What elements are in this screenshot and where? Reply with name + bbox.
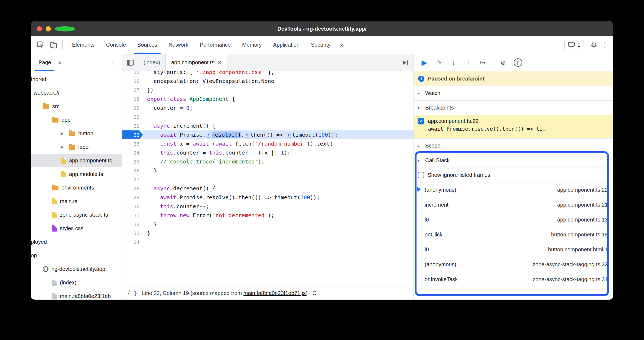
tab-sources[interactable]: Sources bbox=[132, 36, 163, 54]
line-number[interactable]: 29 bbox=[122, 193, 143, 202]
editor-tab-index[interactable]: (index) bbox=[138, 54, 166, 71]
tab-memory[interactable]: Memory bbox=[236, 36, 267, 54]
settings-gear-icon[interactable]: ⚙ bbox=[588, 41, 600, 49]
code-line[interactable]: 19 counter = 0; bbox=[122, 104, 414, 113]
inspect-element-icon[interactable] bbox=[34, 36, 47, 54]
breakpoint-gutter-marker[interactable]: 22 bbox=[122, 130, 143, 139]
line-number[interactable]: 15 bbox=[122, 71, 143, 77]
line-number[interactable]: 34 bbox=[122, 238, 143, 247]
toggle-navigator-icon[interactable] bbox=[122, 54, 138, 71]
breakpoint-checkbox-checked[interactable]: ✓ bbox=[418, 118, 424, 124]
section-watch[interactable]: ▸ Watch bbox=[414, 86, 613, 101]
pause-on-exceptions-icon[interactable]: ∥ bbox=[511, 56, 525, 69]
line-number[interactable]: 24 bbox=[122, 148, 143, 157]
code-line[interactable]: 24 this.counter = this.counter + (+x || … bbox=[122, 148, 414, 157]
code-editor[interactable]: 15 styleUrls: [ './app.component.css' ],… bbox=[122, 71, 414, 287]
device-toolbar-icon[interactable] bbox=[47, 36, 60, 54]
more-options-icon[interactable]: ⋮ bbox=[600, 41, 610, 49]
line-number[interactable]: 27 bbox=[122, 175, 143, 184]
line-number[interactable]: 32 bbox=[122, 220, 143, 229]
code-line[interactable]: 30 this.counter--; bbox=[122, 202, 414, 211]
line-number[interactable]: 19 bbox=[122, 104, 143, 113]
close-window-button[interactable] bbox=[37, 26, 42, 31]
line-number[interactable]: 18 bbox=[122, 95, 143, 104]
async-step-marker-icon[interactable]: ▶ bbox=[207, 132, 211, 138]
line-number[interactable]: 17 bbox=[122, 86, 143, 95]
code-line[interactable]: 33} bbox=[122, 229, 414, 238]
tree-item-styles-css[interactable]: styles.css bbox=[31, 222, 122, 235]
code-line[interactable]: 17}) bbox=[122, 86, 414, 95]
code-line[interactable]: 18export class AppComponent { bbox=[122, 95, 414, 104]
line-number[interactable]: 33 bbox=[122, 229, 143, 238]
step-out-icon[interactable]: ↑ bbox=[461, 56, 475, 69]
line-number[interactable]: 26 bbox=[122, 166, 143, 175]
section-scope[interactable]: ▸ Scope bbox=[414, 139, 613, 153]
tree-item-ployed[interactable]: ployed bbox=[31, 235, 122, 249]
tab-console[interactable]: Console bbox=[100, 36, 131, 54]
code-line[interactable]: 21 async increment() { bbox=[122, 121, 414, 130]
call-stack-frame[interactable]: (anonymous)zone-async-stack-tagging.ts:3… bbox=[414, 257, 613, 272]
tab-network[interactable]: Network bbox=[163, 36, 194, 54]
code-line[interactable]: 27 bbox=[122, 175, 414, 184]
tree-item-op[interactable]: op bbox=[31, 249, 122, 262]
code-line[interactable]: 25 // console.trace('incremented'); bbox=[122, 157, 414, 166]
issues-counter-button[interactable]: 1 bbox=[564, 40, 584, 50]
tree-item-main-fa8bfa0e23f1eb[interactable]: main.fa8bfa0e23f1eb bbox=[31, 289, 122, 300]
tree-item-button[interactable]: ▸button bbox=[31, 127, 122, 140]
call-stack-frame[interactable]: onClickbutton.component.ts:18 bbox=[414, 227, 613, 242]
zoom-window-button[interactable] bbox=[55, 26, 75, 31]
tree-item-index[interactable]: (index) bbox=[31, 276, 122, 289]
tree-item-environments[interactable]: environments bbox=[31, 181, 122, 194]
tree-item-main-ts[interactable]: main.ts bbox=[31, 194, 122, 208]
section-call-stack[interactable]: ▾ Call Stack bbox=[414, 153, 613, 168]
code-line[interactable]: 16 encapsulation: ViewEncapsulation.None bbox=[122, 77, 414, 86]
toggle-debugger-sidebar-icon[interactable] bbox=[397, 54, 414, 71]
minimize-window-button[interactable] bbox=[46, 26, 51, 31]
code-line[interactable]: 32 } bbox=[122, 220, 414, 229]
tab-elements[interactable]: Elements bbox=[66, 36, 100, 54]
async-step-marker-icon[interactable]: ▶ bbox=[245, 132, 249, 138]
navigator-kebab-icon[interactable]: ⋮ bbox=[106, 59, 119, 66]
call-stack-frame[interactable]: i0button.component.html:1 bbox=[414, 242, 613, 257]
call-stack-frame[interactable]: incrementapp.component.ts:21 bbox=[414, 197, 613, 212]
tab-security[interactable]: Security bbox=[305, 36, 336, 54]
section-breakpoints[interactable]: ▾ Breakpoints bbox=[414, 101, 613, 115]
tree-item-zone-async-stack-ta[interactable]: zone-async-stack-ta bbox=[31, 208, 122, 222]
disclosure-arrow-icon[interactable]: ▸ bbox=[61, 144, 66, 150]
call-stack-frame[interactable]: onInvokeTaskzone-async-stack-tagging.ts:… bbox=[414, 272, 613, 287]
tree-item-thored[interactable]: thored bbox=[31, 72, 122, 86]
tab-performance[interactable]: Performance bbox=[194, 36, 237, 54]
more-panels-chevron[interactable]: » bbox=[336, 36, 347, 54]
deactivate-breakpoints-icon[interactable]: ⊘ bbox=[496, 56, 510, 69]
code-line[interactable]: 31 throw new Error('not decremented'); bbox=[122, 211, 414, 220]
code-line[interactable]: 15 styleUrls: [ './app.component.css' ], bbox=[122, 71, 414, 77]
step-over-icon[interactable]: ↷ bbox=[432, 56, 446, 69]
tree-item-app[interactable]: app bbox=[31, 113, 122, 127]
line-number[interactable]: 21 bbox=[122, 121, 143, 130]
code-line[interactable]: 28 async decrement() { bbox=[122, 184, 414, 193]
code-line[interactable]: 23 const x = await (await fetch('/random… bbox=[122, 139, 414, 148]
call-stack-frame[interactable]: (anonymous)app.component.ts:22 bbox=[414, 182, 613, 197]
tree-item-webpack[interactable]: webpack:// bbox=[31, 86, 122, 100]
async-step-marker-icon[interactable]: ▶ bbox=[287, 132, 291, 138]
line-number[interactable]: 23 bbox=[122, 139, 143, 148]
breakpoint-entry[interactable]: ✓ app.component.ts:22 await Promise.reso… bbox=[414, 115, 613, 139]
navigator-more-tabs-chevron[interactable]: » bbox=[56, 59, 64, 66]
tab-page[interactable]: Page bbox=[34, 54, 56, 71]
show-ignore-listed-frames-row[interactable]: Show ignore-listed frames bbox=[414, 168, 613, 182]
code-line[interactable]: 34 bbox=[122, 238, 414, 247]
disclosure-arrow-icon[interactable]: ▸ bbox=[61, 131, 66, 136]
tree-item-app-module-ts[interactable]: app.module.ts bbox=[31, 167, 122, 181]
tree-item-app-component-ts[interactable]: app.component.ts bbox=[31, 154, 122, 167]
step-into-icon[interactable]: ↓ bbox=[447, 56, 460, 69]
source-map-link[interactable]: main.fa8bfa0e23f1eb71.js bbox=[243, 290, 306, 296]
ignore-frames-checkbox-unchecked[interactable] bbox=[418, 172, 424, 178]
resume-icon[interactable]: ▶ bbox=[418, 56, 431, 69]
line-number[interactable]: 28 bbox=[122, 184, 143, 193]
tree-item-label[interactable]: ▸label bbox=[31, 140, 122, 154]
tree-item-ng-devtools-netlify-app[interactable]: ng-devtools.netlify.app bbox=[31, 262, 122, 276]
code-line[interactable]: 22 await Promise.▶resolve().▶then(() => … bbox=[122, 130, 414, 139]
code-line[interactable]: 26 } bbox=[122, 166, 414, 175]
call-stack-frame[interactable]: i0app.component.ts:13 bbox=[414, 212, 613, 227]
line-number[interactable]: 25 bbox=[122, 157, 143, 166]
